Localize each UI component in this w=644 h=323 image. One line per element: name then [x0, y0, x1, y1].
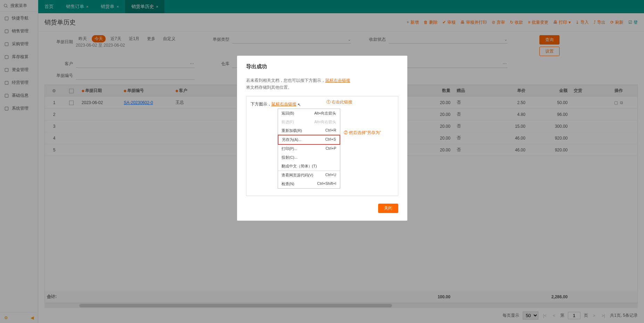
- ctx-item: 返回(B)Alt+向左箭头: [278, 109, 340, 118]
- ctx-item: 前进(F)Alt+向右箭头: [278, 118, 340, 126]
- ctx-item: 投射(C)...: [278, 153, 340, 162]
- ctx-item: 翻成中文（简体）(T): [278, 162, 340, 171]
- instruction-diagram: 下方图示，鼠标右击链接 ↖ ① 右击此链接 返回(B)Alt+向左箭头前进(F)…: [246, 96, 398, 196]
- export-success-modal: 导出成功 若未看到相关文档，您也可以按下方图示，鼠标右击链接 将文档存储到其他位…: [237, 56, 407, 221]
- tip-2: ② 然后选择"另存为": [344, 130, 381, 136]
- modal-overlay: 导出成功 若未看到相关文档，您也可以按下方图示，鼠标右击链接 将文档存储到其他位…: [0, 0, 644, 323]
- cursor-icon: ↖: [297, 102, 301, 107]
- right-click-link[interactable]: 鼠标右击链接: [325, 78, 350, 83]
- ctx-item: 打印(P)...Ctrl+P: [278, 144, 340, 153]
- context-menu-illustration: 返回(B)Alt+向左箭头前进(F)Alt+向右箭头重新加载(R)Ctrl+R另…: [278, 109, 340, 189]
- ctx-item: 重新加载(R)Ctrl+R: [278, 126, 340, 135]
- modal-text: 若未看到相关文档，您也可以按下方图示，鼠标右击链接 将文档存储到其他位置。: [246, 77, 398, 91]
- tip-1: ① 右击此链接: [326, 99, 352, 105]
- ctx-item: 查看网页源代码(V)Ctrl+U: [278, 171, 340, 180]
- close-button[interactable]: 关闭: [378, 204, 398, 213]
- ctx-item: 另存为(A)...Ctrl+S: [278, 135, 340, 145]
- modal-title: 导出成功: [246, 63, 398, 70]
- ctx-item: 检查(N)Ctrl+Shift+I: [278, 180, 340, 188]
- diagram-link: 鼠标右击链接: [271, 102, 296, 107]
